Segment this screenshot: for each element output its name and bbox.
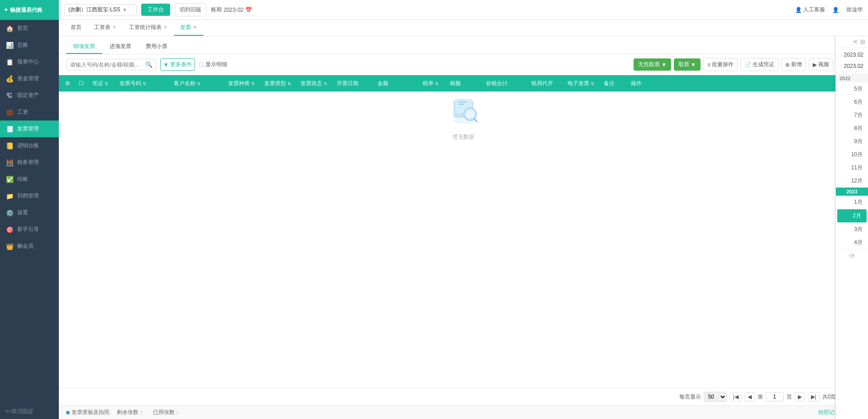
sort-status-icon[interactable]: ⇅ — [324, 81, 327, 86]
th-remark: 备注 — [601, 80, 628, 87]
search-input[interactable] — [70, 62, 143, 68]
tab-invoice-close[interactable]: ✕ — [193, 24, 197, 30]
date-month-12[interactable]: 12月 — [836, 174, 868, 188]
sidebar-item-archive[interactable]: 📁 归档管理 — [0, 188, 59, 204]
sidebar-item-salary[interactable]: 💼 工资 — [0, 104, 59, 120]
date-month-9[interactable]: 9月 — [836, 135, 868, 148]
sidebar-label-close: 结账 — [17, 175, 28, 183]
period-value: 2023-02 — [224, 7, 243, 13]
date-month-5[interactable]: 5月 — [836, 82, 868, 96]
sort-tax-rate-icon[interactable]: ⇅ — [435, 81, 439, 86]
subtab-expense-receipt[interactable]: 费用小票 — [138, 40, 175, 54]
th-amount-label: 金额 — [377, 80, 388, 87]
year-2023-label: 2023 — [836, 188, 868, 196]
tab-home[interactable]: 首页 — [64, 20, 88, 36]
take-btn[interactable]: 取票 ▼ — [674, 58, 701, 71]
date-quick-2[interactable]: 2023.02 — [836, 61, 868, 72]
th-check[interactable]: ☐ — [76, 80, 90, 87]
th-customer: 客户名称 ⇅ — [171, 80, 225, 87]
date-month-10[interactable]: 10月 — [836, 148, 868, 161]
video-btn[interactable]: ▶ 视频 — [809, 58, 833, 71]
sort-invoice-type-icon[interactable]: ⇅ — [251, 81, 255, 86]
date-2023-month-4[interactable]: 4月 — [836, 236, 868, 249]
date-2023-month-1[interactable]: 1月 — [836, 196, 868, 209]
date-quick-1[interactable]: 2023.02 — [836, 49, 868, 61]
date-panel-expand-btn[interactable]: ⊞ — [860, 38, 865, 45]
th-invoice-type: 发票种类 ⇅ — [225, 80, 262, 87]
new-btn[interactable]: ⊕ 新增 — [781, 58, 806, 71]
batch-op-btn[interactable]: ≡ 批量操作 — [703, 58, 738, 71]
sidebar-label-assets: 固定资产 — [17, 92, 39, 99]
search-box[interactable]: 🔍 — [66, 59, 157, 70]
main-area: (勿删）江西股宝-LSS ▼ 工作台 切到旧版 账期 2023-02 📅 👤 人… — [59, 0, 868, 419]
company-selector[interactable]: (勿删）江西股宝-LSS ▼ — [64, 4, 137, 15]
no-invoice-btn[interactable]: 无危取票 ▼ — [634, 58, 671, 71]
switch-button[interactable]: 切到旧版 — [175, 3, 206, 16]
next-page-btn[interactable]: ▶ — [795, 392, 805, 401]
sidebar-label-archive: 归档管理 — [17, 192, 39, 200]
date-2023-month-2[interactable]: 2月 — [837, 209, 867, 222]
tab-salary-close[interactable]: ✕ — [112, 24, 116, 30]
sidebar-item-finance[interactable]: 💰 资金管理 — [0, 70, 59, 87]
date-month-7[interactable]: 7月 — [836, 109, 868, 122]
sidebar-label-finance: 资金管理 — [17, 75, 39, 82]
sidebar-item-reports[interactable]: 📋 报表中心 — [0, 53, 59, 70]
status-dot — [66, 411, 70, 414]
tab-home-label: 首页 — [71, 24, 81, 31]
date-panel-close-btn[interactable]: ✕ — [853, 38, 858, 45]
search-icon[interactable]: 🔍 — [145, 61, 153, 68]
sidebar-item-tax[interactable]: 🧮 税务管理 — [0, 154, 59, 171]
no-invoice-arrow: ▼ — [661, 62, 667, 68]
gen-voucher-btn[interactable]: 📄 生成凭证 — [740, 58, 778, 71]
sidebar-item-assets[interactable]: 🏗 固定资产 — [0, 87, 59, 104]
last-page-btn[interactable]: ▶| — [808, 392, 820, 401]
subtab-sales-invoice[interactable]: 销项发票 — [66, 40, 102, 54]
prev-page-btn[interactable]: ◀ — [744, 392, 755, 401]
date-panel-scroll-btn[interactable]: ⟳ — [836, 249, 868, 262]
tab-invoice[interactable]: 发票 ✕ — [174, 20, 203, 36]
tab-salary-report-label: 工资统计报表 — [129, 24, 162, 31]
used-label: 已用张数： — [153, 409, 180, 416]
th-total-label: 价税合计 — [486, 80, 508, 87]
date-month-11[interactable]: 11月 — [836, 161, 868, 174]
sort-e-invoice-icon[interactable]: ⇅ — [591, 81, 594, 86]
home-icon: 🏠 — [5, 25, 14, 32]
more-filters-btn[interactable]: ▼ 更多条件 — [160, 58, 195, 71]
th-tax-code-label: 税局代开 — [531, 80, 553, 87]
workspace-button[interactable]: 工作台 — [141, 4, 170, 16]
subtab-purchase-label: 进项发票 — [110, 43, 131, 49]
sort-invoice-no-icon[interactable]: ⇅ — [143, 81, 146, 86]
first-page-btn[interactable]: |◀ — [730, 392, 741, 401]
sidebar-item-sales[interactable]: 📒 进销台账 — [0, 137, 59, 154]
sidebar-item-ledger[interactable]: 📊 总账 — [0, 37, 59, 53]
detail-checkbox-icon: ☐ — [199, 62, 204, 68]
sidebar-item-member[interactable]: 👑 畅会员 — [0, 238, 59, 255]
th-action: 操作 — [628, 80, 655, 87]
sidebar-item-invoice[interactable]: 🧾 发票管理 — [0, 120, 59, 137]
sidebar-item-close[interactable]: ✅ 结账 — [0, 171, 59, 188]
customer-service-btn[interactable]: 👤 人工客服 — [795, 6, 825, 14]
th-settings[interactable]: ⚙ — [62, 80, 76, 87]
date-2023-month-3[interactable]: 3月 — [836, 223, 868, 236]
page-input[interactable] — [766, 392, 784, 401]
sidebar-item-settings[interactable]: ⚙️ 设置 — [0, 204, 59, 221]
sort-customer-icon[interactable]: ⇅ — [197, 81, 200, 86]
per-page-label: 每页显示 — [679, 393, 701, 401]
toolbar: 🔍 ▼ 更多条件 ☐ 显示明细 无危取票 ▼ 取票 ▼ — [59, 54, 868, 75]
date-month-6[interactable]: 6月 — [836, 96, 868, 109]
tab-salary[interactable]: 工资表 ✕ — [88, 20, 123, 36]
subtab-purchase-invoice[interactable]: 进项发票 — [102, 40, 138, 54]
date-month-8[interactable]: 8月 — [836, 122, 868, 135]
show-detail-toggle[interactable]: ☐ 显示明细 — [199, 61, 227, 68]
tab-salary-report[interactable]: 工资统计报表 ✕ — [123, 20, 174, 36]
svg-line-5 — [474, 119, 477, 122]
username-display[interactable]: 徐溢华 — [846, 6, 863, 14]
tab-salary-report-close[interactable]: ✕ — [163, 24, 167, 30]
sort-voucher-icon[interactable]: ⇅ — [105, 81, 108, 86]
per-page-select[interactable]: 50 100 200 — [704, 392, 727, 402]
sidebar-item-guide[interactable]: 🎯 新手引导 — [0, 221, 59, 238]
sort-invoice-cat-icon[interactable]: ⇅ — [287, 81, 291, 86]
sidebar-item-home[interactable]: 🏠 首页 — [0, 20, 59, 37]
close-books-icon: ✅ — [5, 176, 14, 183]
sidebar-collapse-btn[interactable]: <<取消固定 — [0, 404, 59, 419]
